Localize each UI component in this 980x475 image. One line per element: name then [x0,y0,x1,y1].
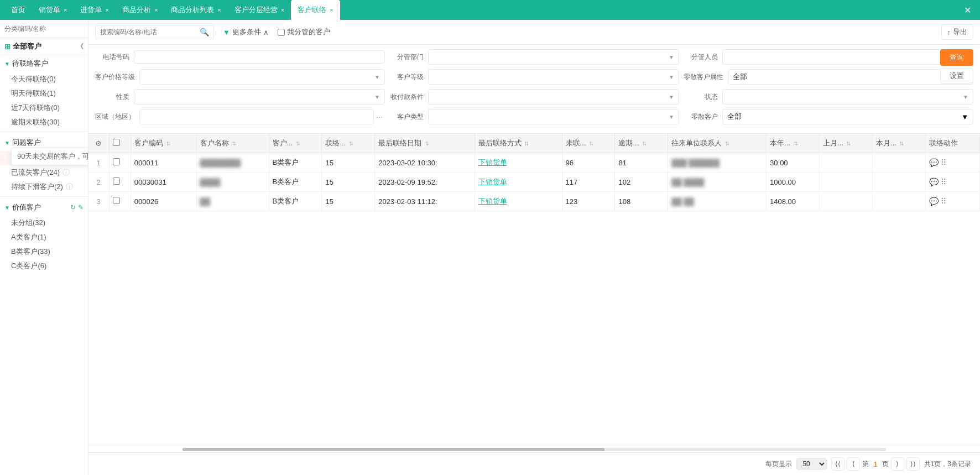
th-code: 客户编码 ⇅ [131,134,196,153]
close-customercontact-icon[interactable]: × [330,7,333,13]
filter-pricelevel-label: 客户价格等级 [95,72,139,82]
export-icon: ↑ [947,28,951,36]
filter-scatterprop-select[interactable]: 全部 ▼ [728,69,973,85]
row-3-contact: 15 [322,192,375,211]
settings-button[interactable]: 设置 [940,68,973,83]
tab-salesorder-label: 销货单 [39,5,60,15]
row-3-more-icon[interactable]: ⠿ [941,197,946,206]
filter-phone-input[interactable] [134,50,385,64]
row-1-chat-icon[interactable]: 💬 [929,158,939,167]
row-1-more-icon[interactable]: ⠿ [941,158,946,167]
sidebar-item-c-class[interactable]: C类客户(6) [0,259,88,273]
sidebar-item-declining[interactable]: 持续下滑客户(2) ⓘ [0,180,88,194]
row-3-chat-icon[interactable]: 💬 [929,197,939,206]
sort-lastmonth-icon[interactable]: ⇅ [846,140,851,147]
sort-contact-icon[interactable]: ⇅ [349,140,353,147]
scroll-track[interactable] [183,448,886,451]
filter-region-more-icon[interactable]: ··· [374,110,385,123]
row-1-lastmethod-link[interactable]: 下销货单 [478,158,507,166]
tab-salesorder[interactable]: 销货单 × [32,0,74,20]
my-customers-checkbox[interactable] [278,29,285,36]
sidebar-search-input[interactable] [4,25,87,33]
filter-dept-select[interactable]: ▼ [428,49,679,65]
horizontal-scrollbar[interactable] [88,446,980,452]
sort-name-icon[interactable]: ⇅ [232,140,236,147]
close-salesorder-icon[interactable]: × [64,7,67,13]
sidebar-item-churned[interactable]: 已流失客户(24) ⓘ [0,165,88,180]
row-2-contactperson: ██ ████ [668,173,767,192]
search-input[interactable] [100,28,200,36]
tab-purchaseorder[interactable]: 进货单 × [74,0,115,20]
sort-uncontacted-icon[interactable]: ⇅ [589,140,593,147]
filter-scatter-select[interactable]: 全部 ▼ [722,109,973,124]
export-button[interactable]: ↑ 导出 [941,24,974,40]
filter-region-select[interactable] [139,109,374,124]
tab-customercontact-label: 客户联络 [298,5,326,15]
first-page-btn[interactable]: ⟨⟨ [831,457,845,471]
close-productanalysis-icon[interactable]: × [154,7,158,13]
refresh-icon[interactable]: ↻ [70,203,76,211]
filter-nature-select[interactable]: ▼ [134,89,385,105]
query-button[interactable]: 查询 [940,49,973,66]
sidebar-group-waiting[interactable]: ▼ 待联络客户 [0,55,88,72]
sidebar-item-7day-contact[interactable]: 近7天待联络(0) [0,101,88,115]
select-all-checkbox[interactable] [113,139,120,146]
tab-productanalysis[interactable]: 商品分析 × [116,0,164,20]
sort-lastmethod-icon[interactable]: ⇅ [524,140,529,147]
sidebar-group-problem[interactable]: ▼ 问题客户 90天未交易的客户，可能有流失风险。 [0,134,88,151]
row-3-overdue: 108 [615,192,668,211]
scatter-chevron-icon: ▼ [961,113,968,121]
sidebar-item-b-class[interactable]: B类客户(33) [0,244,88,259]
close-purchaseorder-icon[interactable]: × [105,7,108,13]
row-3-lastmethod-link[interactable]: 下销货单 [478,197,507,205]
row-1-select[interactable] [113,158,120,165]
tab-customercontact[interactable]: 客户联络 × [291,0,340,20]
row-2-type: B类客户 [269,173,322,192]
sort-thisyear-icon[interactable]: ⇅ [794,140,798,147]
sidebar-item-a-class[interactable]: A类客户(1) [0,230,88,244]
sidebar-item-overdue-contact[interactable]: 逾期未联络(30) [0,115,88,129]
filter-person-select[interactable] [722,49,962,65]
close-productanalysislist-icon[interactable]: × [217,7,221,13]
filter-customerlevel-select[interactable]: ▼ [428,69,679,85]
row-2-chat-icon[interactable]: 💬 [929,178,939,186]
per-page-select[interactable]: 50 100 200 [796,458,827,470]
next-page-btn[interactable]: ⟩ [891,457,904,471]
sort-thismonth-icon[interactable]: ⇅ [899,140,904,147]
filter-status-select[interactable]: ▼ [722,89,973,105]
sidebar-item-today-contact[interactable]: 今天待联络(0) [0,72,88,86]
close-customerlayer-icon[interactable]: × [281,7,284,13]
sidebar-item-tomorrow-contact[interactable]: 明天待联络(1) [0,86,88,101]
last-page-btn[interactable]: ⟩⟩ [906,457,920,471]
filter-payment-select[interactable]: ▼ [428,89,679,105]
sort-type-icon[interactable]: ⇅ [296,140,300,147]
current-page: 1 [871,460,879,468]
row-2-lastmethod-link[interactable]: 下销货单 [478,178,507,186]
sort-lastdate-icon[interactable]: ⇅ [425,140,429,147]
prev-page-btn[interactable]: ⟨ [847,457,860,471]
filter-pricelevel-select[interactable]: ▼ [139,69,385,85]
row-2-more-icon[interactable]: ⠿ [941,178,946,186]
sort-overdue-icon[interactable]: ⇅ [642,140,647,147]
scroll-thumb[interactable] [183,448,604,451]
window-close-icon[interactable]: ✕ [960,5,976,15]
row-3-select[interactable] [113,197,120,204]
sidebar-item-ungrouped[interactable]: 未分组(32) [0,216,88,230]
search-submit-icon[interactable]: 🔍 [200,28,209,36]
filter-customertype-select[interactable]: ▼ [428,109,679,124]
sidebar-collapse-icon[interactable]: 《 [77,42,84,51]
sort-code-icon[interactable]: ⇅ [166,140,170,147]
my-customers-filter[interactable]: 我分管的客户 [278,27,330,37]
home-tab[interactable]: 首页 [4,5,32,15]
th-gear[interactable]: ⚙ [88,134,109,153]
edit-icon[interactable]: ✎ [78,203,84,211]
row-2-thismonth [872,173,925,192]
sort-contactperson-icon[interactable]: ⇅ [725,140,729,147]
row-2-select[interactable] [113,178,120,185]
tab-productanalysislist[interactable]: 商品分析列表 × [164,0,227,20]
tab-customerlayer[interactable]: 客户分层经营 × [228,0,291,20]
sidebar-group-value[interactable]: ▼ 价值客户 ↻ ✎ [0,199,88,216]
sidebar-all-customers[interactable]: ⊞ 全部客户 《 [0,38,88,55]
filter-more-btn[interactable]: ▼ 更多条件 ∧ [218,25,273,39]
row-1-action-btns: 💬 ⠿ [929,158,976,167]
